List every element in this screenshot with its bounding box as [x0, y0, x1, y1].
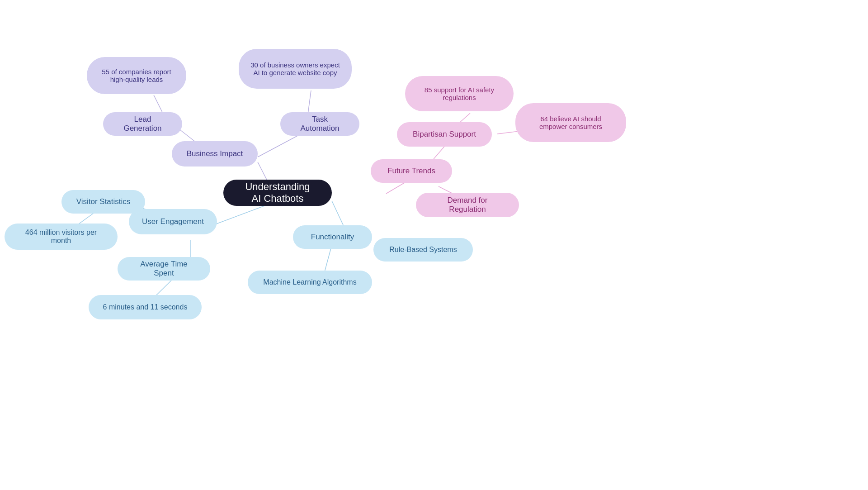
task-automation-node: Task Automation [280, 112, 359, 136]
rule-based-systems-node: Rule-Based Systems [373, 238, 473, 262]
user-engagement-node: User Engagement [129, 209, 217, 234]
ai-generate-30-node: 30 of business owners expect AI to gener… [239, 49, 352, 89]
svg-line-16 [497, 131, 519, 134]
companies-55-node: 55 of companies report high-quality lead… [87, 57, 186, 94]
average-time-spent-node: Average Time Spent [118, 257, 210, 281]
business-impact-node: Business Impact [172, 141, 258, 167]
demand-regulation-node: Demand for Regulation [416, 193, 519, 217]
future-trends-node: Future Trends [371, 159, 452, 183]
ai-empower-64-node: 64 believe AI should empower consumers [515, 103, 626, 142]
functionality-node: Functionality [293, 225, 372, 249]
lead-generation-node: Lead Generation [103, 112, 182, 136]
visitors-464-node: 464 million visitors per month [5, 224, 118, 250]
central-node: Understanding AI Chatbots [223, 180, 332, 206]
bipartisan-support-node: Bipartisan Support [397, 122, 492, 147]
visitor-statistics-node: Visitor Statistics [61, 190, 145, 214]
time-value-node: 6 minutes and 11 seconds [89, 295, 202, 319]
machine-learning-node: Machine Learning Algorithms [248, 271, 372, 294]
ai-safety-85-node: 85 support for AI safety regulations [405, 76, 514, 111]
